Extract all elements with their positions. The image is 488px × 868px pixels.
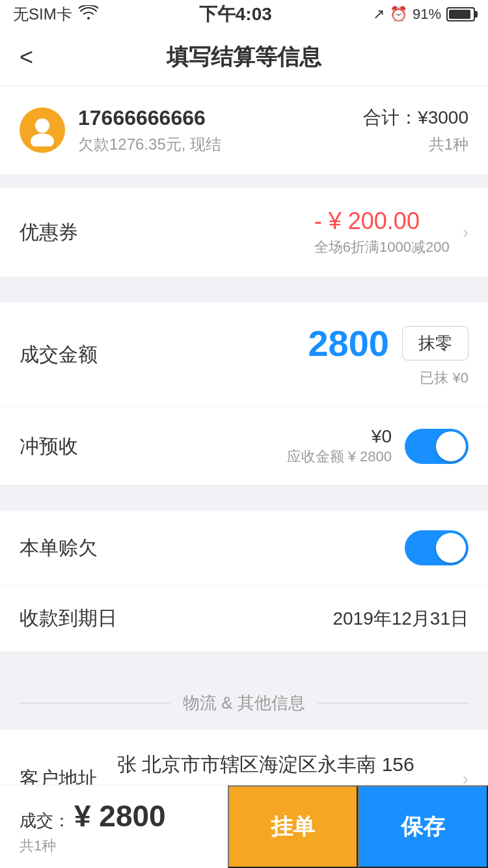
wifi-icon — [79, 5, 98, 23]
status-bar: 无SIM卡 下午4:03 ↗ ⏰ 91% — [0, 0, 488, 29]
amount-label: 成交金额 — [20, 342, 98, 368]
svg-point-0 — [35, 118, 49, 133]
due-date-label: 收款到期日 — [20, 605, 117, 632]
gray-divider-2 — [0, 485, 488, 498]
debit-toggle[interactable] — [405, 530, 468, 565]
bottom-amount: ¥ 2800 — [74, 798, 166, 834]
coupon-section: 优惠券 - ¥ 200.00 全场6折满1000减200 › — [0, 188, 488, 277]
battery-percent: 91% — [413, 6, 441, 23]
customer-total: 合计：¥3000 共1种 — [363, 105, 468, 155]
debit-section: 本单赊欠 收款到期日 2019年12月31日 — [0, 511, 488, 651]
amount-sub-text: 已抹 ¥0 — [420, 368, 468, 388]
amount-value-wrap: 2800 抹零 — [308, 322, 468, 364]
gray-divider-1 — [0, 277, 488, 290]
total-amount: 合计：¥3000 — [363, 105, 468, 130]
amount-section: 成交金额 2800 抹零 已抹 ¥0 冲预收 ¥0 应收金额 ¥ 2800 — [0, 303, 488, 485]
status-left: 无SIM卡 — [13, 4, 98, 25]
prepaid-toggle[interactable] — [405, 429, 468, 464]
prepaid-receivable: 应收金额 ¥ 2800 — [287, 447, 392, 467]
bottom-summary: 成交： ¥ 2800 共1种 — [0, 798, 228, 856]
coupon-desc: 全场6折满1000减200 — [314, 237, 450, 257]
hold-order-button[interactable]: 挂单 — [228, 785, 358, 868]
toggle-knob — [436, 431, 466, 461]
user-avatar-icon — [26, 114, 59, 146]
logistics-text: 物流 & 其他信息 — [183, 692, 305, 714]
bottom-bar: 成交： ¥ 2800 共1种 挂单 保存 — [0, 785, 488, 868]
prepaid-amount: ¥0 — [287, 426, 392, 447]
nav-bar: < 填写结算等信息 — [0, 29, 488, 86]
back-button[interactable]: < — [20, 44, 33, 71]
carrier-text: 无SIM卡 — [13, 4, 72, 25]
customer-left: 17666666666 欠款1276.35元, 现结 — [20, 106, 221, 155]
amount-value: 2800 — [308, 322, 389, 364]
due-date-value: 2019年12月31日 — [332, 606, 468, 631]
gray-divider-3 — [0, 651, 488, 664]
coupon-chevron-icon: › — [463, 222, 468, 243]
transaction-amount-row: 成交金额 2800 抹零 已抹 ¥0 — [0, 303, 488, 408]
status-right: ↗ ⏰ 91% — [373, 6, 475, 23]
coupon-label: 优惠券 — [20, 219, 78, 246]
round-off-button[interactable]: 抹零 — [402, 326, 468, 360]
location-icon: ↗ — [373, 6, 385, 23]
coupon-row[interactable]: 优惠券 - ¥ 200.00 全场6折满1000减200 › — [0, 188, 488, 277]
coupon-discount: - ¥ 200.00 — [314, 208, 450, 235]
bottom-count: 共1种 — [20, 836, 208, 856]
page-title: 填写结算等信息 — [167, 42, 321, 72]
main-content: 17666666666 欠款1276.35元, 现结 合计：¥3000 共1种 … — [0, 86, 488, 868]
svg-point-1 — [31, 133, 54, 146]
customer-card: 17666666666 欠款1276.35元, 现结 合计：¥3000 共1种 — [0, 86, 488, 175]
customer-info: 17666666666 欠款1276.35元, 现结 — [78, 106, 221, 155]
item-count: 共1种 — [363, 134, 468, 155]
deal-label: 成交： — [20, 809, 70, 832]
avatar — [20, 107, 65, 153]
save-button[interactable]: 保存 — [358, 785, 488, 868]
divider-line-left — [20, 703, 170, 703]
due-date-row: 收款到期日 2019年12月31日 — [0, 586, 488, 651]
logistics-divider: 物流 & 其他信息 — [0, 677, 488, 729]
alarm-icon: ⏰ — [390, 6, 407, 23]
prepaid-label: 冲预收 — [20, 433, 78, 460]
customer-phone: 17666666666 — [78, 106, 221, 130]
debit-row: 本单赊欠 — [0, 511, 488, 586]
debit-toggle-knob — [436, 533, 466, 563]
debit-label: 本单赊欠 — [20, 535, 98, 562]
time-display: 下午4:03 — [199, 2, 272, 27]
battery-icon — [446, 7, 475, 21]
customer-debt: 欠款1276.35元, 现结 — [78, 134, 221, 155]
coupon-right: - ¥ 200.00 全场6折满1000减200 › — [314, 208, 468, 257]
prepaid-row: 冲预收 ¥0 应收金额 ¥ 2800 — [0, 408, 488, 485]
divider-line-right — [318, 703, 468, 703]
